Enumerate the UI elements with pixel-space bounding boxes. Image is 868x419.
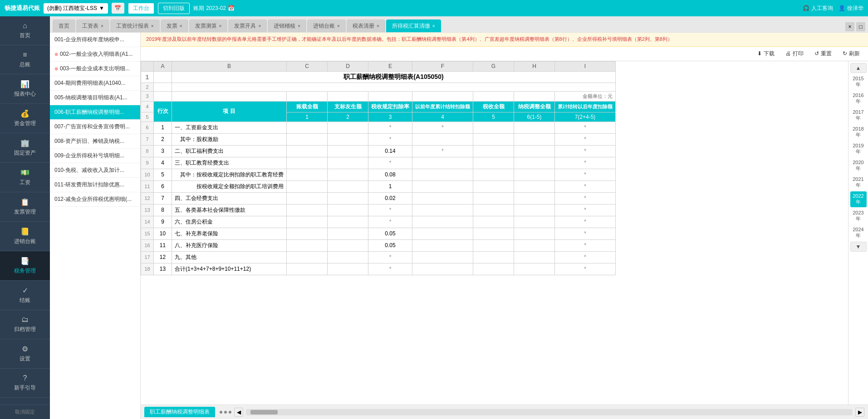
right-panel: 2019年度涉及取以前年度结转数据的申报表单元格需要手工维护正确，才能确证本年及…: [141, 33, 868, 419]
year-2024[interactable]: 2024年: [850, 225, 867, 241]
top-bar: 畅捷通易代账 (勿删) 江西赣宝-LSS ▼ 📅 工作台 切到旧版 账期 202…: [0, 0, 868, 16]
form-list-item-012[interactable]: 012-减免企业所得税优惠明细(...: [50, 192, 140, 207]
year-2017[interactable]: 2017年: [850, 107, 867, 123]
unit-label: 金额单位：元: [555, 91, 616, 101]
form-list-item-008[interactable]: 008-资产折旧、摊销及纳税...: [50, 134, 140, 149]
sidebar-item-invoice[interactable]: 📋 发票管理: [0, 192, 50, 222]
sidebar-item-close[interactable]: ✓ 结账: [0, 281, 50, 310]
form-list-item-007[interactable]: 007-广告宣传和业务宣传费明...: [50, 120, 140, 134]
sheet-options-dot2[interactable]: [224, 411, 227, 414]
sidebar-item-guide[interactable]: ? 新手引导: [0, 369, 50, 398]
data-row-10: 10 5 其中：按税收规定比例扣除的职工教育经费 0.08 *: [141, 169, 616, 180]
col-header-g: G: [473, 61, 514, 71]
spreadsheet-container[interactable]: A B C D E F G H I: [141, 61, 848, 404]
tab-purchase-ledger-close[interactable]: ×: [337, 24, 340, 29]
tab-salary-close[interactable]: ×: [101, 24, 103, 29]
sidebar-item-ledger[interactable]: ≡ 总账: [0, 45, 50, 74]
form-list-item-011[interactable]: 011-研发费用加计扣除优惠...: [50, 178, 140, 192]
tab-purchase-ledger[interactable]: 进销台账 ×: [307, 19, 346, 32]
tab-invoice-calc[interactable]: 发票测算 ×: [189, 19, 228, 32]
header-d: 支标友生额: [328, 101, 368, 112]
sidebar-item-salary[interactable]: 💵 工资: [0, 163, 50, 192]
form-list-item-010[interactable]: 010-免税、减收收入及加计...: [50, 163, 140, 178]
row-1-num: 1: [141, 71, 154, 83]
sidebar-item-assets[interactable]: 🏢 固定资产: [0, 133, 50, 163]
bottom-sheet-tab[interactable]: 职工薪酬纳税调整明细表: [144, 407, 215, 417]
tab-salary-stats[interactable]: 工资统计报表 ×: [110, 19, 160, 32]
tax-icon: 📑: [20, 257, 29, 265]
tab-home[interactable]: 首页: [53, 19, 75, 32]
col-header-a: A: [154, 61, 172, 71]
tab-invoice-issue-close[interactable]: ×: [258, 24, 261, 29]
sidebar-item-tax[interactable]: 📑 税务管理: [0, 251, 50, 281]
user-avatar[interactable]: 👤 徐泽华: [839, 5, 863, 12]
company-selector[interactable]: (勿删) 江西赣宝-LSS ▼: [44, 3, 108, 14]
year-nav-up[interactable]: ▲: [850, 63, 867, 73]
tab-invoice[interactable]: 发票 ×: [161, 19, 188, 32]
form-list-item-001[interactable]: 001-企业所得税年度纳税申...: [50, 33, 140, 47]
tab-tax-register[interactable]: 税表清册 ×: [347, 19, 385, 32]
year-2019[interactable]: 2019年: [850, 141, 867, 157]
year-2023[interactable]: 2023年: [850, 208, 867, 224]
tab-tax-settlement-close[interactable]: ×: [432, 24, 435, 29]
sidebar-item-home[interactable]: ⌂ 首页: [0, 16, 50, 45]
sidebar-item-funds[interactable]: 💰 资金管理: [0, 104, 50, 133]
year-2022[interactable]: 2022年: [850, 191, 867, 207]
sidebar-item-archive[interactable]: 🗂 归档管理: [0, 310, 50, 339]
invoice-icon: 📋: [20, 198, 29, 206]
sidebar-unpin-btn[interactable]: 取消固定: [0, 404, 50, 419]
human-service-btn[interactable]: 🎧 人工客询: [803, 5, 833, 12]
tab-tax-register-close[interactable]: ×: [377, 24, 379, 29]
form-list-item-009[interactable]: 009-企业所得税补亏填明细...: [50, 149, 140, 163]
form-list-item-004[interactable]: 004-期间费用明细表(A1040...: [50, 76, 140, 91]
tab-invoice-issue[interactable]: 发票开具 ×: [228, 19, 267, 32]
year-2021[interactable]: 2021年: [850, 175, 867, 190]
horizontal-scroll[interactable]: [246, 409, 853, 415]
tab-salary-stats-close[interactable]: ×: [151, 24, 154, 29]
form-list-item-003[interactable]: ⊗ 003-一般企业成本支出明细...: [50, 62, 140, 76]
period-calendar-icon[interactable]: 📅: [228, 5, 235, 11]
data-row-6: 6 1 一、工资薪金支出 * * *: [141, 122, 616, 133]
col-header-e: E: [368, 61, 412, 71]
header-c-num: 1: [287, 112, 328, 122]
tab-tax-settlement[interactable]: 所得税汇算清缴 ×: [386, 19, 441, 32]
year-2015[interactable]: 2015年: [850, 74, 867, 90]
sheet-options-dot[interactable]: [220, 411, 222, 414]
company-dropdown-icon: ▼: [99, 5, 104, 11]
scroll-right-btn[interactable]: ▶: [855, 408, 864, 417]
sidebar-item-reports[interactable]: 📊 报表中心: [0, 74, 50, 104]
tab-invoice-calc-close[interactable]: ×: [219, 24, 222, 29]
app-logo: 畅捷通易代账: [5, 4, 40, 12]
old-version-btn[interactable]: 切到旧版: [158, 3, 190, 14]
header-i-num: 7(2+4-5): [555, 112, 616, 122]
year-2020[interactable]: 2020年: [850, 158, 867, 174]
tab-purchase-audit-close[interactable]: ×: [298, 24, 300, 29]
header-f-num: 4: [412, 112, 473, 122]
col-header-d: D: [328, 61, 368, 71]
tab-salary[interactable]: 工资表 ×: [76, 19, 109, 32]
tab-maximize-btn[interactable]: □: [856, 22, 865, 31]
year-2016[interactable]: 2016年: [850, 91, 867, 107]
year-2018[interactable]: 2018年: [850, 124, 867, 140]
print-btn[interactable]: 🖨 打印: [783, 49, 806, 59]
workspace-btn[interactable]: 工作台: [128, 3, 154, 14]
form-list-item-002[interactable]: ⊗ 002-一般企业收入明细表(A1...: [50, 47, 140, 62]
header-f: 以前年度累计结转扣除额: [412, 101, 473, 112]
form-list-item-006[interactable]: 006-职工薪酬纳税调整明细...: [50, 105, 140, 120]
tab-invoice-close[interactable]: ×: [180, 24, 182, 29]
form-list-item-005[interactable]: 005-纳税调整项目明细表(A1...: [50, 91, 140, 105]
download-btn[interactable]: ⬇ 下载: [755, 49, 777, 59]
tab-close-btn[interactable]: ×: [845, 22, 854, 31]
year-nav-down[interactable]: ▼: [850, 242, 867, 252]
calendar-icon[interactable]: 📅: [112, 3, 124, 14]
sheet-options-dot3[interactable]: [229, 411, 231, 414]
tab-purchase-audit[interactable]: 进销稽核 ×: [268, 19, 306, 32]
scroll-left-btn[interactable]: ◀: [234, 408, 243, 417]
reset-btn[interactable]: ↺ 重置: [812, 49, 834, 59]
settings-icon: ⚙: [22, 345, 28, 353]
sidebar-item-settings[interactable]: ⚙ 设置: [0, 339, 50, 369]
header-e: 税收规定扣除率: [368, 101, 412, 112]
refresh-btn[interactable]: ↻ 刷新: [840, 49, 863, 59]
sidebar-item-purchase-sales[interactable]: 📒 进销台账: [0, 222, 50, 251]
salary-icon: 💵: [20, 168, 29, 177]
